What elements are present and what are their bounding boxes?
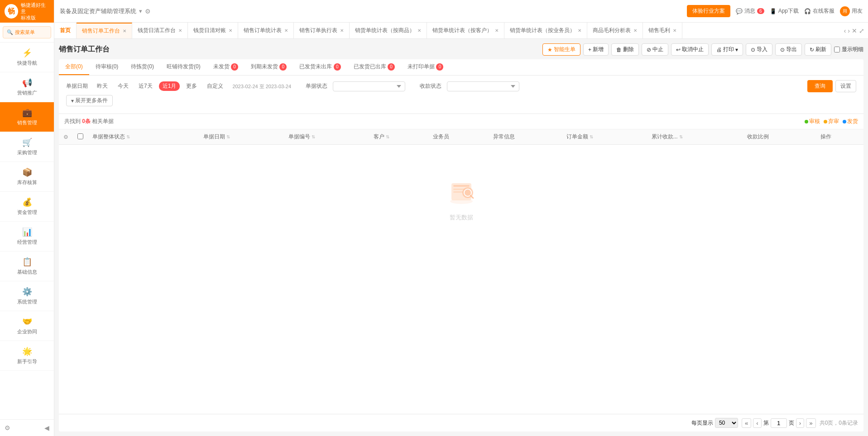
filter-settings-btn[interactable]: 设置 bbox=[835, 80, 856, 92]
page-input[interactable] bbox=[771, 418, 787, 428]
tab-home[interactable]: 首页 bbox=[54, 23, 77, 39]
smart-create-btn[interactable]: ★ 智能生单 bbox=[542, 43, 580, 56]
tab-close-sales-summary-customer[interactable]: ✕ bbox=[495, 28, 499, 33]
tab-close-sales-summary-staff[interactable]: ✕ bbox=[578, 28, 581, 33]
tab-close-all-btn[interactable]: ✕ bbox=[852, 27, 857, 34]
sidebar-item-finance[interactable]: 💰 资金管理 bbox=[0, 192, 54, 222]
date-option-more[interactable]: 更多 bbox=[182, 81, 201, 91]
import-icon: ⊙ bbox=[751, 47, 755, 53]
sort-status-icon[interactable]: ⇅ bbox=[126, 134, 130, 139]
online-service-btn[interactable]: 🎧 在线客服 bbox=[804, 7, 834, 15]
system-title-text: 装备及固定资产辅助管理系统 bbox=[60, 7, 136, 15]
dropdown-arrow-icon[interactable]: ▾ bbox=[139, 8, 142, 14]
tab-close-sales-exec[interactable]: ✕ bbox=[340, 28, 344, 33]
tab-cashflow-daily[interactable]: 钱货日清工作台 ✕ bbox=[132, 23, 188, 39]
cancel-suspend-btn[interactable]: ↩ 取消中止 bbox=[671, 43, 709, 56]
print-btn[interactable]: 🖨 打印 ▾ bbox=[711, 43, 743, 56]
sort-amount-icon[interactable]: ⇅ bbox=[590, 134, 593, 139]
tab-sales-workbench[interactable]: 销售订单工作台 ✕ bbox=[77, 23, 132, 39]
message-btn[interactable]: 💬 消息 6 bbox=[736, 7, 764, 15]
sidebar-item-purchase[interactable]: 🛒 采购管理 bbox=[0, 132, 54, 162]
filter-tab-shipped-not-out[interactable]: 已发货未出库 0 bbox=[293, 59, 347, 75]
tab-sales-summary-customer[interactable]: 销货单统计表（按客户） ✕ bbox=[427, 23, 504, 39]
tab-close-gross-profit[interactable]: ✕ bbox=[633, 28, 637, 33]
tab-close-sales-summary-product[interactable]: ✕ bbox=[417, 28, 421, 33]
filter-tab-pending-check[interactable]: 待拣货(0) bbox=[125, 59, 160, 75]
sidebar-item-system[interactable]: ⚙️ 系统管理 bbox=[0, 281, 54, 311]
page-size-select[interactable]: 10 20 50 100 bbox=[715, 418, 738, 428]
filter-tab-pending-review[interactable]: 待审核(0) bbox=[89, 59, 125, 75]
industry-btn[interactable]: 体验行业方案 bbox=[687, 5, 730, 17]
sidebar-item-guide[interactable]: 🌟 新手引导 bbox=[0, 341, 54, 371]
tab-cashflow-reconcile[interactable]: 钱货日清对账 ✕ bbox=[188, 23, 238, 39]
settings-bottom-icon[interactable]: ⚙ bbox=[5, 424, 10, 431]
sort-number-icon[interactable]: ⇅ bbox=[312, 134, 315, 139]
expand-conditions-btn[interactable]: ▾ 展开更多条件 bbox=[66, 95, 113, 106]
tab-next-btn[interactable]: › bbox=[848, 27, 850, 34]
tab-gross-profit[interactable]: 商品毛利分析表 ✕ bbox=[587, 23, 643, 39]
filter-tab-expired[interactable]: 到期未发货 0 bbox=[245, 59, 293, 75]
refresh-btn[interactable]: ↻ 刷新 bbox=[805, 43, 831, 56]
tab-close-sales-stats[interactable]: ✕ bbox=[284, 28, 288, 33]
next-page-btn[interactable]: › bbox=[796, 418, 804, 428]
checkbox-header[interactable] bbox=[73, 129, 88, 145]
sidebar-item-marketing[interactable]: 📢 营销推广 bbox=[0, 72, 54, 102]
plus-icon: + bbox=[588, 47, 591, 53]
filter-tab-not-shipped[interactable]: 未发货 0 bbox=[207, 59, 245, 75]
date-option-today[interactable]: 今天 bbox=[114, 81, 132, 91]
delete-btn[interactable]: 🗑 删除 bbox=[611, 43, 639, 56]
tab-sales-exec[interactable]: 销售订单执行表 ✕ bbox=[294, 23, 350, 39]
status-filter-select[interactable] bbox=[333, 81, 405, 91]
settings-icon[interactable]: ⚙ bbox=[145, 8, 151, 15]
sort-collected-icon[interactable]: ⇅ bbox=[679, 134, 683, 139]
tab-sales-profit[interactable]: 销售毛利 ✕ bbox=[643, 23, 682, 39]
prev-page-btn[interactable]: ‹ bbox=[753, 418, 761, 428]
tab-sales-summary-product[interactable]: 销货单统计表（按商品） ✕ bbox=[350, 23, 427, 39]
first-page-btn[interactable]: « bbox=[742, 418, 751, 428]
cancel-review-btn[interactable]: 弃审 bbox=[824, 118, 839, 125]
export-btn[interactable]: ⊙ 导出 bbox=[775, 43, 802, 56]
filter-tab-all[interactable]: 全部(0) bbox=[59, 59, 89, 75]
sidebar-item-quick-nav[interactable]: ⚡ 快捷导航 bbox=[0, 43, 54, 72]
search-menu-button[interactable]: 🔍 搜索菜单 bbox=[3, 26, 51, 38]
tab-fullscreen-btn[interactable]: ⤢ bbox=[859, 27, 864, 34]
add-btn[interactable]: + 新增 bbox=[583, 43, 609, 56]
user-menu-btn[interactable]: 用 用友 bbox=[840, 6, 863, 16]
phone-icon: 📱 bbox=[770, 8, 777, 14]
sidebar-item-basic[interactable]: 📋 基础信息 bbox=[0, 251, 54, 281]
tab-close-sales-profit[interactable]: ✕ bbox=[673, 28, 676, 33]
last-page-btn[interactable]: » bbox=[806, 418, 815, 428]
tab-prev-btn[interactable]: ‹ bbox=[844, 27, 846, 34]
select-all-checkbox[interactable] bbox=[77, 133, 83, 139]
import-btn[interactable]: ⊙ 导入 bbox=[746, 43, 772, 56]
sidebar-item-sales[interactable]: 💼 销售管理 bbox=[0, 102, 54, 132]
sidebar-bottom: ⚙ ◀ bbox=[0, 419, 54, 436]
show-detail-label[interactable]: 显示明细 bbox=[834, 46, 863, 53]
suspend-btn[interactable]: ⊘ 中止 bbox=[642, 43, 668, 56]
query-btn[interactable]: 查询 bbox=[807, 80, 833, 92]
tab-close-cashflow-reconcile[interactable]: ✕ bbox=[229, 28, 232, 33]
date-option-custom[interactable]: 自定义 bbox=[203, 81, 227, 91]
review-btn[interactable]: 审核 bbox=[805, 118, 820, 125]
app-download-btn[interactable]: 📱 App下载 bbox=[770, 7, 799, 15]
payment-filter-select[interactable] bbox=[447, 81, 519, 91]
date-option-7days[interactable]: 近7天 bbox=[135, 81, 156, 91]
sidebar-item-collab[interactable]: 🤝 企业协同 bbox=[0, 311, 54, 341]
filter-tab-wangpu[interactable]: 旺铺待发货(0) bbox=[160, 59, 207, 75]
collapse-sidebar-icon[interactable]: ◀ bbox=[44, 424, 49, 431]
tab-close-cashflow-daily[interactable]: ✕ bbox=[178, 28, 182, 33]
gear-header[interactable]: ⚙ bbox=[59, 129, 73, 145]
sort-customer-icon[interactable]: ⇅ bbox=[386, 134, 389, 139]
show-detail-checkbox[interactable] bbox=[834, 47, 840, 52]
ship-btn[interactable]: 发货 bbox=[843, 118, 858, 125]
date-option-yesterday[interactable]: 昨天 bbox=[93, 81, 111, 91]
tab-close-sales-workbench[interactable]: ✕ bbox=[123, 28, 126, 33]
sidebar-item-operations[interactable]: 📊 经营管理 bbox=[0, 222, 54, 251]
tab-sales-stats[interactable]: 销售订单统计表 ✕ bbox=[238, 23, 294, 39]
date-option-1month[interactable]: 近1月 bbox=[159, 81, 180, 91]
filter-tab-shipped-out[interactable]: 已发货已出库 0 bbox=[347, 59, 401, 75]
tab-sales-summary-staff[interactable]: 销货单统计表（按业务员） ✕ bbox=[504, 23, 587, 39]
sort-date-icon[interactable]: ⇅ bbox=[226, 134, 230, 139]
filter-tab-not-printed[interactable]: 未打印单据 0 bbox=[401, 59, 450, 75]
sidebar-item-inventory[interactable]: 📦 库存核算 bbox=[0, 162, 54, 192]
